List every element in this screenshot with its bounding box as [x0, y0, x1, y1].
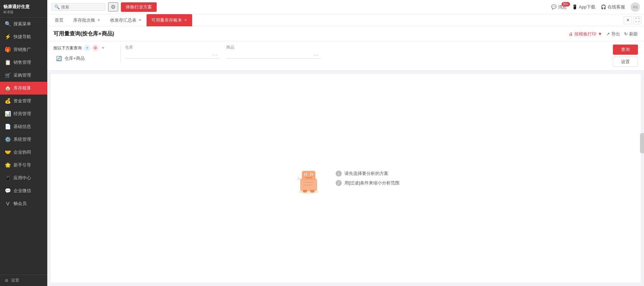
user-avatar[interactable]: Rit — [630, 2, 640, 12]
gear-button[interactable]: ⚙ — [108, 2, 118, 11]
filter-scheme-panel: 按以下方案查询 + ⚙ « 🔄 仓库+商品 — [53, 45, 121, 63]
tab-receive-summary-label: 收发存汇总表 — [110, 17, 136, 23]
refresh-label: 刷新 — [629, 31, 638, 37]
query-btn[interactable]: 查询 — [613, 45, 638, 55]
filter-warehouse-field: 仓库 ··· — [125, 45, 220, 59]
sidebar-label-newbie: 新手引导 — [14, 162, 31, 168]
sidebar-item-enterprise[interactable]: 🤝企业协同 — [0, 146, 47, 159]
sidebar-item-marketing[interactable]: 🎁营销推广 — [0, 43, 47, 56]
print-label: 按模板打印 — [574, 31, 596, 37]
scheme-settings-btn[interactable]: ⚙ — [92, 45, 99, 51]
tab-batch-ledger[interactable]: 库存批次账 ✕ — [69, 14, 105, 26]
app-download-btn[interactable]: 📱 App下载 — [572, 4, 595, 10]
sidebar-item-app-center[interactable]: 📱应用中心 — [0, 172, 47, 184]
message-badge: 99+ — [562, 2, 570, 6]
export-btn[interactable]: ↗ 导出 — [606, 31, 620, 37]
tab-home[interactable]: 首页 — [50, 14, 69, 26]
filter-fields: 仓库 ··· 商品 ··· — [125, 45, 606, 59]
sidebar-item-sales[interactable]: 📋销售管理 — [0, 56, 47, 69]
sidebar-label-basic-info: 基础信息 — [14, 124, 31, 130]
search-input[interactable] — [61, 5, 98, 9]
hint-num-2: 2 — [336, 180, 342, 186]
brand-edition: 标准版 — [3, 10, 44, 15]
filter-area: 按以下方案查询 + ⚙ « 🔄 仓库+商品 仓库 — [47, 41, 644, 71]
sidebar-label-vip: 畅会员 — [14, 201, 27, 207]
filter-goods-input[interactable] — [228, 52, 312, 57]
sidebar-icon-vip: V — [5, 201, 11, 206]
filter-warehouse-input[interactable] — [126, 52, 211, 57]
trial-btn[interactable]: 体验行业方案 — [121, 2, 157, 12]
sidebar-label-marketing: 营销推广 — [14, 47, 31, 53]
svg-line-13 — [297, 178, 299, 180]
sidebar-item-finance[interactable]: 💰资金管理 — [0, 95, 47, 107]
sidebar-icon-finance: 💰 — [5, 98, 11, 104]
sidebar-settings[interactable]: ⚙ 设置 — [0, 275, 47, 286]
sidebar-label-quick-nav: 快捷导航 — [14, 34, 31, 40]
tab-batch-ledger-label: 库存批次账 — [73, 17, 95, 23]
svg-rect-8 — [303, 190, 307, 192]
sidebar-item-corp-wechat[interactable]: 💬企业微信 — [0, 184, 47, 197]
search-icon: 🔍 — [54, 4, 60, 9]
brand-name: 畅康通好生意 — [3, 4, 44, 10]
export-icon: ↗ — [606, 31, 610, 36]
close-tab-btn[interactable]: ✕ — [624, 16, 632, 24]
goods-more-icon[interactable]: ··· — [313, 52, 319, 57]
right-scrollbar[interactable] — [640, 133, 644, 153]
sidebar-icon-app-center: 📱 — [5, 175, 11, 181]
hint-text-2: 用[过滤]条件来缩小分析范围 — [344, 180, 400, 186]
online-service-btn[interactable]: 🎧 在线客服 — [601, 4, 625, 10]
filter-settings-btn[interactable]: 设置 — [613, 57, 638, 67]
refresh-btn[interactable]: ↻ 刷新 — [624, 31, 638, 37]
sidebar: 畅康通好生意 标准版 🔍搜索菜单⚡快捷导航🎁营销推广📋销售管理🛒采购管理🏠库存核… — [0, 0, 47, 286]
sidebar-item-newbie[interactable]: 🌟新手引导 — [0, 159, 47, 172]
collapse-scheme-btn[interactable]: « — [100, 45, 106, 51]
sidebar-label-operations: 经营管理 — [14, 111, 31, 117]
close-available-stock-icon[interactable]: ✕ — [184, 18, 187, 22]
add-scheme-btn[interactable]: + — [84, 45, 91, 51]
sidebar-icon-purchase: 🛒 — [5, 72, 11, 78]
maximize-tab-btn[interactable]: ⛶ — [633, 16, 641, 24]
sidebar-icon-sales: 📋 — [5, 59, 11, 66]
sidebar-item-sys-mgmt[interactable]: ⚙️系统管理 — [0, 133, 47, 146]
close-receive-summary-icon[interactable]: ✕ — [138, 18, 141, 22]
sidebar-label-sales: 销售管理 — [14, 59, 31, 66]
tab-home-label: 首页 — [55, 17, 63, 23]
tabs-controls: ✕ ⛶ — [624, 16, 641, 24]
empty-state: 1 请先选择要分析的方案 2 用[过滤]条件来缩小分析范围 — [51, 74, 641, 283]
topbar-search-box[interactable]: 🔍 — [51, 3, 105, 11]
tab-available-stock[interactable]: 可用量库存账本 ✕ — [147, 14, 192, 26]
scheme-item-warehouse-goods[interactable]: 🔄 仓库+商品 — [53, 54, 117, 63]
sidebar-item-inventory[interactable]: 🏠库存核算 — [0, 82, 47, 95]
topbar: 🔍 ⚙ 体验行业方案 💬 消息 99+ 📱 App下载 🎧 在线客服 Rit — [47, 0, 644, 14]
sidebar-item-vip[interactable]: V畅会员 — [0, 197, 47, 210]
sidebar-icon-search: 🔍 — [5, 21, 11, 27]
sidebar-icon-inventory: 🏠 — [5, 85, 11, 91]
sidebar-item-search[interactable]: 🔍搜索菜单 — [0, 18, 47, 30]
empty-hint-1: 1 请先选择要分析的方案 — [336, 171, 400, 177]
sidebar-icon-corp-wechat: 💬 — [5, 188, 11, 194]
sidebar-icon-newbie: 🌟 — [5, 162, 11, 168]
empty-hint-2: 2 用[过滤]条件来缩小分析范围 — [336, 180, 400, 186]
tab-receive-summary[interactable]: 收发存汇总表 ✕ — [105, 14, 147, 26]
settings-icon: ⚙ — [5, 278, 8, 283]
refresh-icon: ↻ — [624, 31, 628, 36]
sidebar-label-finance: 资金管理 — [14, 98, 31, 104]
sidebar-label-app-center: 应用中心 — [14, 175, 31, 181]
sidebar-item-basic-info[interactable]: 📄基础信息 — [0, 120, 47, 133]
sidebar-item-operations[interactable]: 📊经营管理 — [0, 107, 47, 120]
print-btn[interactable]: 🖨 按模板打印 ▼ — [569, 31, 602, 37]
sidebar-item-quick-nav[interactable]: ⚡快捷导航 — [0, 30, 47, 43]
filter-scheme-header: 按以下方案查询 + ⚙ « — [53, 45, 117, 51]
svg-rect-5 — [305, 174, 306, 175]
sidebar-icon-sys-mgmt: ⚙️ — [5, 136, 11, 142]
sidebar-item-purchase[interactable]: 🛒采购管理 — [0, 69, 47, 82]
filter-warehouse-input-wrapper[interactable]: ··· — [125, 51, 220, 59]
hint-num-1: 1 — [336, 171, 342, 177]
message-btn[interactable]: 💬 消息 99+ — [551, 4, 567, 10]
tabs-bar: 首页 库存批次账 ✕ 收发存汇总表 ✕ 可用量库存账本 ✕ ✕ ⛶ — [47, 14, 644, 26]
filter-goods-input-wrapper[interactable]: ··· — [226, 51, 321, 59]
close-batch-ledger-icon[interactable]: ✕ — [97, 18, 100, 22]
sidebar-label-purchase: 采购管理 — [14, 72, 31, 78]
warehouse-more-icon[interactable]: ··· — [212, 52, 218, 57]
svg-rect-6 — [311, 174, 312, 175]
